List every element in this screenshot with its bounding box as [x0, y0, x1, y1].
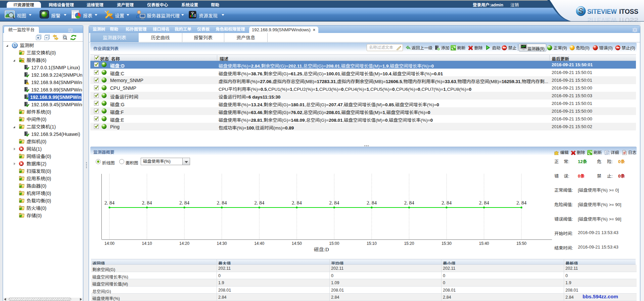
svg-text:SITEVIEW: SITEVIEW: [587, 16, 617, 22]
svg-text:2. 84: 2. 84: [442, 200, 452, 205]
svg-text:2. 84: 2. 84: [367, 200, 377, 205]
svg-text:15:00: 15:00: [329, 241, 339, 246]
svg-text:SITEVIEW: SITEVIEW: [587, 7, 617, 15]
svg-text:15:10: 15:10: [367, 241, 377, 246]
svg-text:2. 84: 2. 84: [292, 200, 302, 205]
svg-text:2. 84: 2. 84: [142, 200, 152, 205]
svg-text:15:50: 15:50: [516, 241, 526, 246]
svg-text:2. 84: 2. 84: [404, 200, 414, 205]
svg-text:14:20: 14:20: [179, 241, 189, 246]
svg-text:2. 84: 2. 84: [179, 200, 190, 205]
svg-text:2. 84: 2. 84: [217, 200, 227, 205]
svg-text:14:00: 14:00: [104, 241, 114, 246]
svg-text:ITOSS: ITOSS: [619, 7, 638, 15]
svg-text:14:50: 14:50: [292, 241, 302, 246]
svg-text:14:30: 14:30: [217, 241, 227, 246]
svg-text:14:40: 14:40: [254, 241, 264, 246]
svg-text:2. 84: 2. 84: [254, 200, 265, 205]
svg-text:15:20: 15:20: [404, 241, 414, 246]
svg-text:2. 84: 2. 84: [329, 200, 339, 205]
svg-text:14:10: 14:10: [142, 241, 152, 246]
svg-text:15:40: 15:40: [479, 241, 489, 246]
svg-text:2. 84: 2. 84: [104, 200, 115, 205]
svg-text:2. 84: 2. 84: [516, 200, 527, 205]
svg-text:ITOSS: ITOSS: [619, 16, 638, 22]
svg-text:2. 84: 2. 84: [479, 200, 490, 205]
svg-text:15:30: 15:30: [442, 241, 452, 246]
svg-text:磁盘:D: 磁盘:D: [314, 247, 329, 252]
